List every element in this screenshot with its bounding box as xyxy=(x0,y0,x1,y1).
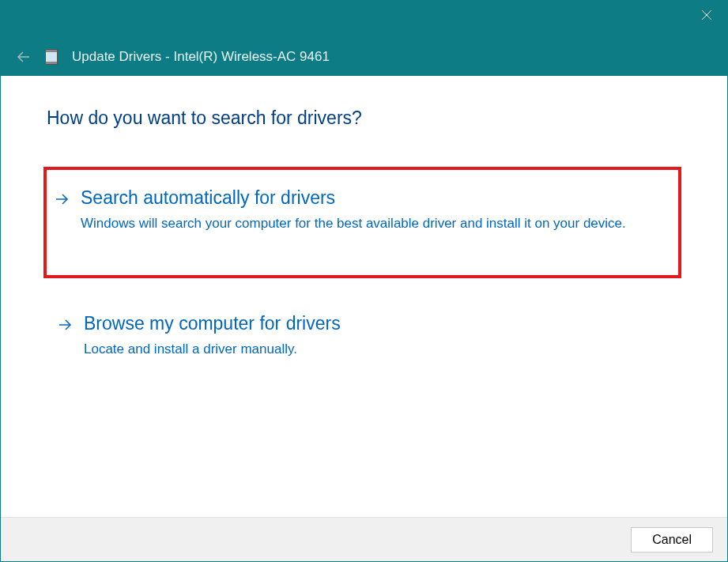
option-description: Windows will search your computer for th… xyxy=(81,213,658,234)
close-button[interactable] xyxy=(686,1,727,29)
option-title: Search automatically for drivers xyxy=(81,187,658,209)
option-search-automatically[interactable]: Search automatically for drivers Windows… xyxy=(43,167,681,278)
dialog-title: Update Drivers - Intel(R) Wireless-AC 94… xyxy=(72,49,330,65)
titlebar xyxy=(1,1,727,38)
arrow-right-icon xyxy=(55,192,69,209)
dialog-content: How do you want to search for drivers? S… xyxy=(1,76,727,517)
option-description: Locate and install a driver manually. xyxy=(84,339,658,360)
dialog-header: Update Drivers - Intel(R) Wireless-AC 94… xyxy=(1,38,727,76)
device-icon xyxy=(45,49,58,65)
page-question: How do you want to search for drivers? xyxy=(47,107,681,129)
close-icon xyxy=(701,9,712,21)
option-text: Browse my computer for drivers Locate an… xyxy=(84,313,658,360)
option-title: Browse my computer for drivers xyxy=(84,313,658,334)
cancel-button[interactable]: Cancel xyxy=(631,527,713,553)
arrow-right-icon xyxy=(58,318,72,335)
dialog-footer: Cancel xyxy=(1,517,727,561)
option-browse-computer[interactable]: Browse my computer for drivers Locate an… xyxy=(47,299,681,377)
back-button[interactable] xyxy=(17,50,31,64)
back-arrow-icon xyxy=(17,50,31,64)
option-text: Search automatically for drivers Windows… xyxy=(81,187,658,234)
dialog-window: Update Drivers - Intel(R) Wireless-AC 94… xyxy=(0,0,728,562)
